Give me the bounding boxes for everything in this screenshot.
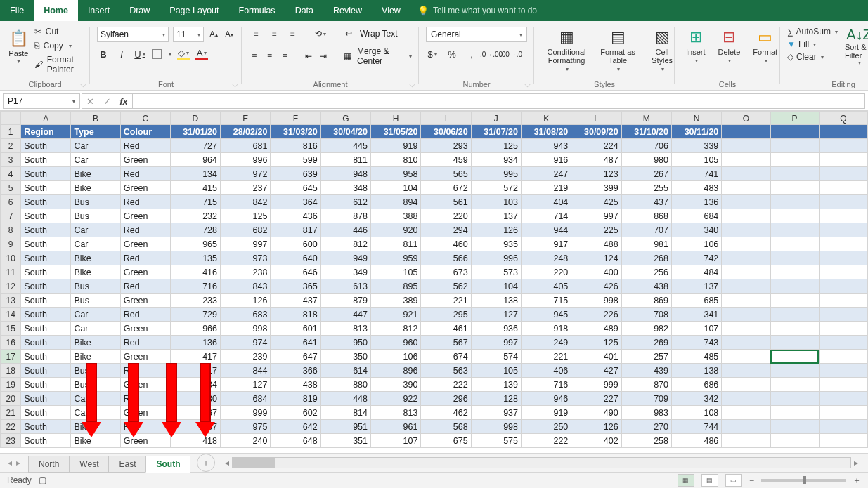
cell[interactable]: 446	[320, 223, 370, 237]
cell[interactable]	[770, 139, 819, 153]
cell[interactable]: 402	[571, 434, 621, 448]
cell[interactable]: 715	[170, 195, 220, 209]
cell[interactable]	[819, 153, 867, 167]
row-header[interactable]: 11	[1, 265, 21, 279]
cell[interactable]: 682	[221, 223, 271, 237]
cell[interactable]: Green	[120, 237, 170, 251]
cell[interactable]	[770, 406, 819, 420]
format-cells-button[interactable]: ▭Format▾	[749, 27, 782, 65]
cell[interactable]	[819, 251, 867, 265]
cell[interactable]: Bus	[71, 378, 120, 392]
cell[interactable]: 365	[271, 279, 320, 294]
cell[interactable]: South	[21, 420, 71, 434]
cell[interactable]: 340	[671, 223, 721, 237]
cell[interactable]: 366	[271, 364, 320, 378]
cell[interactable]: 934	[471, 153, 521, 167]
cell[interactable]	[722, 308, 770, 322]
cell[interactable]: 126	[571, 420, 621, 434]
cell[interactable]: 483	[671, 181, 721, 195]
cell[interactable]: South	[21, 195, 71, 209]
cell[interactable]: 960	[371, 336, 421, 350]
cell[interactable]: 390	[371, 378, 421, 392]
cell[interactable]: 137	[170, 420, 220, 434]
cell[interactable]: 880	[320, 378, 370, 392]
cell[interactable]: 339	[671, 139, 721, 153]
cell[interactable]: South	[21, 392, 71, 406]
row-header[interactable]: 10	[1, 251, 21, 265]
cell[interactable]	[770, 336, 819, 350]
increase-decimal-button[interactable]: .0→.00	[485, 48, 498, 60]
cell[interactable]: 741	[671, 167, 721, 181]
cell[interactable]: 717	[170, 364, 220, 378]
cell[interactable]: 227	[571, 392, 621, 406]
cell[interactable]: 640	[271, 251, 320, 265]
cell[interactable]: Green	[120, 350, 170, 364]
cell[interactable]: 232	[170, 209, 220, 223]
decrease-indent-button[interactable]: ⇤	[303, 49, 314, 63]
cell[interactable]: South	[21, 350, 71, 364]
cell[interactable]: 31/05/20	[371, 125, 421, 139]
row-header[interactable]: 19	[1, 378, 21, 392]
cell[interactable]: 561	[421, 195, 471, 209]
cell[interactable]: 405	[522, 279, 571, 294]
cell[interactable]: 674	[421, 350, 471, 364]
cell[interactable]: 136	[671, 195, 721, 209]
cell[interactable]: Red	[120, 308, 170, 322]
column-header[interactable]: L	[571, 112, 621, 125]
cell[interactable]: 134	[170, 167, 220, 181]
cell[interactable]: 447	[320, 308, 370, 322]
cell[interactable]: 683	[221, 308, 271, 322]
cell[interactable]: 462	[421, 406, 471, 420]
cell[interactable]: Bus	[71, 364, 120, 378]
cell[interactable]: 917	[522, 237, 571, 251]
cell[interactable]	[819, 181, 867, 195]
cell[interactable]	[770, 223, 819, 237]
cell[interactable]	[819, 195, 867, 209]
cell[interactable]: Bike	[71, 265, 120, 279]
row-header[interactable]: 5	[1, 181, 21, 195]
cell[interactable]: 416	[170, 265, 220, 279]
cell[interactable]	[770, 308, 819, 322]
cell[interactable]	[819, 336, 867, 350]
cell[interactable]: 125	[571, 336, 621, 350]
cell[interactable]: 600	[271, 237, 320, 251]
view-page-layout-button[interactable]: ▤	[701, 474, 718, 487]
cell[interactable]: 267	[621, 167, 671, 181]
cell[interactable]: 999	[221, 406, 271, 420]
sheet-tab-north[interactable]: North	[28, 456, 70, 473]
cell[interactable]: 959	[371, 251, 421, 265]
cell[interactable]: 258	[621, 434, 671, 448]
cell[interactable]: 437	[621, 195, 671, 209]
cell[interactable]: 614	[320, 364, 370, 378]
menu-view[interactable]: View	[372, 0, 410, 21]
cell[interactable]: 920	[371, 223, 421, 237]
cell[interactable]	[819, 364, 867, 378]
row-header[interactable]: 4	[1, 167, 21, 181]
cell[interactable]: 128	[471, 392, 521, 406]
cell[interactable]: 294	[421, 223, 471, 237]
column-header[interactable]: H	[371, 112, 421, 125]
cell[interactable]: 998	[471, 420, 521, 434]
cell[interactable]: 269	[621, 336, 671, 350]
cell[interactable]: 124	[571, 251, 621, 265]
cell[interactable]: 843	[221, 279, 271, 294]
cell[interactable]: Green	[120, 322, 170, 336]
decrease-font-button[interactable]: A▾	[224, 29, 235, 40]
cell[interactable]: 813	[371, 406, 421, 420]
cell[interactable]: 415	[170, 181, 220, 195]
cell[interactable]: 488	[571, 237, 621, 251]
row-header[interactable]: 16	[1, 336, 21, 350]
cell[interactable]: 646	[271, 265, 320, 279]
cell[interactable]: 599	[271, 153, 320, 167]
cell[interactable]	[819, 125, 867, 139]
cell[interactable]: Bike	[71, 181, 120, 195]
cell[interactable]: 895	[371, 279, 421, 294]
cell[interactable]	[770, 125, 819, 139]
cell[interactable]: 106	[671, 237, 721, 251]
menu-file[interactable]: File	[0, 0, 34, 21]
cell[interactable]: 399	[571, 181, 621, 195]
comma-button[interactable]: ,	[465, 48, 478, 60]
cell[interactable]: 602	[271, 406, 320, 420]
cell[interactable]: 681	[221, 139, 271, 153]
cell[interactable]: 817	[271, 223, 320, 237]
